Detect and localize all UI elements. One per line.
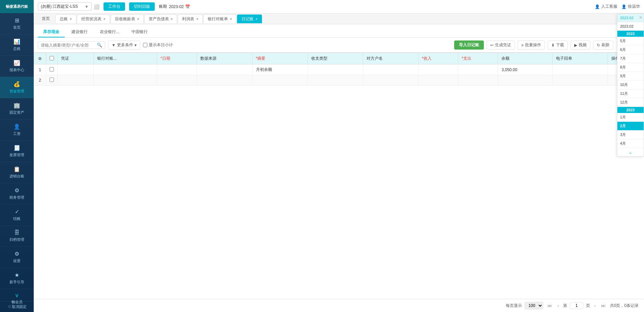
row1-checkbox[interactable] <box>46 64 58 75</box>
date-picker-close-icon[interactable]: ✕ <box>639 15 642 20</box>
sidebar-item-report[interactable]: 📈 报表中心 <box>0 56 34 77</box>
first-page-button[interactable]: ⏮ <box>546 302 553 309</box>
batch-op-button[interactable]: ≡ 批量操作 <box>518 40 545 50</box>
sidebar-item-settings[interactable]: ⚙ 设置 <box>0 247 34 268</box>
refresh-icon: ↻ <box>597 43 600 48</box>
close-icon[interactable]: × <box>196 17 198 21</box>
month-4[interactable]: 4月 <box>617 139 644 148</box>
date-picker-header-prev[interactable]: 2023.02 <box>617 22 644 31</box>
close-icon[interactable]: × <box>230 17 232 21</box>
tax-icon: ⚙ <box>14 187 19 194</box>
sidebar-item-label: 结账 <box>13 216 21 221</box>
tab-bank-statement[interactable]: 银行对账单 × <box>203 15 236 23</box>
tab-bank-statement-label: 银行对账单 <box>208 16 228 22</box>
sidebar-unpin[interactable]: ◁ 取消固定 <box>0 301 34 312</box>
show-daily-checkbox[interactable] <box>143 43 147 47</box>
search-input[interactable] <box>41 43 97 48</box>
month-2-active[interactable]: 2月 <box>617 122 644 131</box>
period-value: 2023-02 <box>169 4 184 9</box>
copy-icon[interactable]: ⬜ <box>94 4 99 9</box>
app-logo[interactable]: 畅捷通易代账 <box>0 0 34 13</box>
download-button[interactable]: ⬇ 下载 <box>548 40 568 50</box>
video-label: 视频 <box>579 42 587 48</box>
close-icon[interactable]: × <box>104 17 106 21</box>
generate-voucher-button[interactable]: ↩ 生成凭证 <box>487 40 515 50</box>
user-avatar-icon: 👤 <box>621 4 626 9</box>
customer-service[interactable]: 👤 人工客服 <box>595 4 617 9</box>
select-all-checkbox[interactable] <box>50 56 54 60</box>
col-settings[interactable]: ⚙ <box>34 53 46 64</box>
sidebar-item-home[interactable]: ⊞ 首页 <box>0 13 34 34</box>
row2-checkbox[interactable] <box>46 75 58 86</box>
tab-assets[interactable]: 资产负债表 × <box>144 15 177 23</box>
tab-profit[interactable]: 利润表 × <box>178 15 203 23</box>
month-11[interactable]: 11月 <box>617 89 644 98</box>
close-accounts-icon: ✓ <box>15 208 19 215</box>
month-8[interactable]: 8月 <box>617 63 644 72</box>
home-icon: ⊞ <box>15 17 19 24</box>
sidebar-item-invoice[interactable]: 🧾 发票管理 <box>0 141 34 162</box>
month-7[interactable]: 7月 <box>617 54 644 63</box>
filter-button[interactable]: ▼ 更多条件 ▾ <box>108 40 140 50</box>
month-3[interactable]: 3月 <box>617 131 644 139</box>
sidebar-item-finance[interactable]: 💰 资金管理 <box>0 77 34 98</box>
table-footer: 每页显示 100 50 200 ⏮ ‹ 第 页 › ⏭ 共0页，0条记录 <box>34 299 644 312</box>
month-9[interactable]: 9月 <box>617 72 644 81</box>
prev-page-button[interactable]: ‹ <box>556 302 560 309</box>
tab-business[interactable]: 经营状况表 × <box>77 15 110 23</box>
import-button[interactable]: 导入日记账 <box>454 40 484 50</box>
sub-tab-china[interactable]: 中国银行 <box>126 27 153 37</box>
sidebar-item-fixed-assets[interactable]: 🏢 固定资产 <box>0 98 34 119</box>
month-12[interactable]: 12月 <box>617 98 644 107</box>
main-area: (勿册) 江西超宝-LSS ▼ ⬜ 工作台 切到旧版 账期 2023-02 📅 … <box>34 0 644 312</box>
close-icon[interactable]: × <box>171 17 173 21</box>
tab-home[interactable]: 首页 <box>38 15 54 23</box>
close-icon[interactable]: × <box>137 17 139 21</box>
company-selector[interactable]: (勿册) 江西超宝-LSS ▼ <box>38 2 92 11</box>
sidebar-item-label: 首页 <box>13 25 21 30</box>
show-daily-checkbox-label[interactable]: 显示本日小计 <box>143 42 173 48</box>
row-checkbox[interactable] <box>50 67 54 72</box>
period-selector[interactable]: 账期 2023-02 📅 <box>159 4 190 9</box>
video-button[interactable]: ▶ 视频 <box>570 40 590 50</box>
tab-business-label: 经营状况表 <box>81 16 101 22</box>
tab-receivable[interactable]: 应收账龄表 × <box>111 15 144 23</box>
refresh-button[interactable]: ↻ 刷新 <box>593 40 613 50</box>
switch-version-button[interactable]: 切到旧版 <box>129 2 155 11</box>
sidebar-item-salary[interactable]: 👤 工资 <box>0 119 34 141</box>
next-page-button[interactable]: › <box>593 302 597 309</box>
filter-icon: ▼ <box>112 43 116 48</box>
per-page-select[interactable]: 100 50 200 <box>525 302 543 309</box>
row-checkbox[interactable] <box>50 78 54 82</box>
tab-ledger[interactable]: 总账 × <box>55 15 76 23</box>
sidebar-item-archive[interactable]: 🗄 归档管理 <box>0 226 34 247</box>
month-1[interactable]: 1月 <box>617 113 644 122</box>
calendar-icon[interactable]: 📅 <box>185 4 190 9</box>
user-profile[interactable]: 👤 徐温华 <box>621 4 640 9</box>
sidebar: 畅捷通易代账 ⊞ 首页 📊 总账 📈 报表中心 💰 资金管理 🏢 固定资产 👤 … <box>0 0 34 312</box>
last-page-button[interactable]: ⏭ <box>600 302 607 309</box>
sub-tab-construction[interactable]: 建设银行 <box>66 27 93 37</box>
sidebar-item-label: 发票管理 <box>9 152 24 158</box>
close-icon[interactable]: × <box>70 17 72 21</box>
col-date: *日期 <box>157 53 197 64</box>
month-5[interactable]: 5月 <box>617 37 644 46</box>
sidebar-item-tax[interactable]: ⚙ 税务管理 <box>0 183 34 204</box>
sidebar-item-close[interactable]: ✓ 结账 <box>0 204 34 226</box>
page-number-input[interactable] <box>570 302 583 309</box>
search-icon[interactable]: 🔍 <box>97 42 102 48</box>
month-10[interactable]: 10月 <box>617 81 644 89</box>
per-page-label: 每页显示 <box>506 303 522 309</box>
row1-bank-match <box>94 64 157 75</box>
sidebar-item-ledger[interactable]: 📊 总账 <box>0 34 34 56</box>
close-icon[interactable]: × <box>256 17 258 21</box>
sidebar-item-sales-ledger[interactable]: 📋 进销台账 <box>0 162 34 183</box>
sub-tab-cash[interactable]: 库存现金 <box>38 27 65 37</box>
sidebar-item-guide[interactable]: ★ 新手引导 <box>0 268 34 289</box>
date-picker-nav-down[interactable]: ⌄ <box>617 148 644 156</box>
tab-journal[interactable]: 日记账 × <box>237 15 262 23</box>
sub-tab-agriculture[interactable]: 农业银行... <box>94 27 125 37</box>
col-checkbox[interactable] <box>46 53 58 64</box>
workspace-button[interactable]: 工作台 <box>104 2 125 11</box>
month-6[interactable]: 6月 <box>617 46 644 54</box>
